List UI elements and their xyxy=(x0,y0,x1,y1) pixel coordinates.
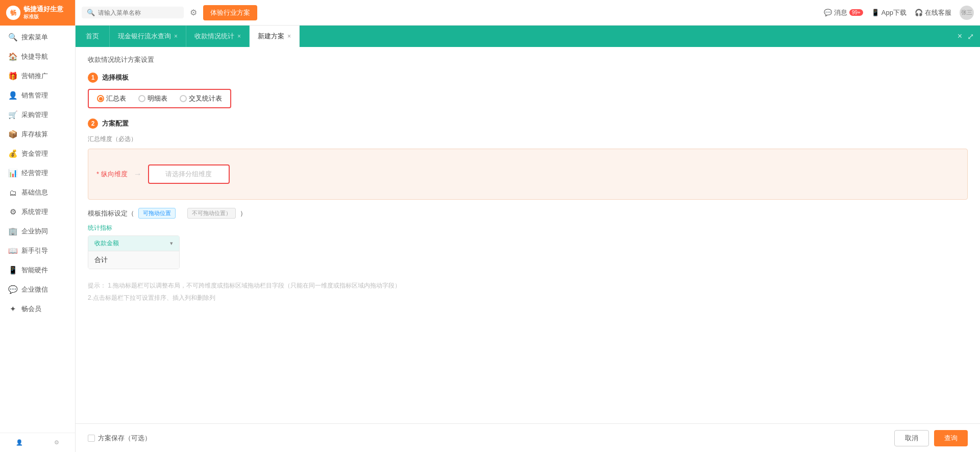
metrics-table-row-total: 合计 xyxy=(88,251,179,269)
radio-summary[interactable]: 汇总表 xyxy=(97,94,126,103)
metrics-header: 模板指标设定（ 可拖动位置 不可拖动位置） ） xyxy=(88,208,968,219)
message-badge: 99+ xyxy=(849,9,863,16)
logo-text: 畅捷通好生意 标准版 xyxy=(23,5,63,20)
sidebar-logo: 畅 畅捷通好生意 标准版 xyxy=(0,0,75,26)
metrics-separator xyxy=(180,209,183,217)
sidebar-item-search-menu[interactable]: 🔍 搜索菜单 xyxy=(0,28,75,47)
step2-section: 2 方案配置 汇总维度（必选） * 纵向维度 → 请选择分组维度 xyxy=(88,118,968,304)
tab-bank-flow[interactable]: 现金银行流水查询 × xyxy=(110,26,186,47)
stats-label: 统计指标 xyxy=(88,224,180,232)
header-actions: 💬 消息 99+ 📱 App下载 🎧 在线客服 张三 xyxy=(824,6,974,20)
tab-new-scheme[interactable]: 新建方案 × xyxy=(250,26,300,47)
sidebar-item-smart-hw[interactable]: 📱 智能硬件 xyxy=(0,260,75,280)
radio-summary-dot xyxy=(97,95,104,102)
guide-icon: 📖 xyxy=(8,246,17,255)
sidebar-item-wechat[interactable]: 💬 企业微信 xyxy=(0,280,75,299)
page-title: 收款情况统计方案设置 xyxy=(88,55,968,64)
maximize-icon[interactable]: ⤢ xyxy=(967,32,974,41)
gear-icon[interactable]: ⚙ xyxy=(188,8,199,17)
wechat-icon: 💬 xyxy=(8,285,17,294)
sidebar-item-system[interactable]: ⚙ 系统管理 xyxy=(0,202,75,222)
hint-line-1: 提示： 1.拖动标题栏可以调整布局，不可跨维度或指标区域拖动栏目字段（只能在同一… xyxy=(88,279,968,292)
inventory-icon: 📦 xyxy=(8,130,17,139)
dimension-select[interactable]: 请选择分组维度 xyxy=(148,164,230,184)
operations-icon: 📊 xyxy=(8,169,17,178)
search-icon: 🔍 xyxy=(87,9,95,16)
dimension-row-label: * 纵向维度 xyxy=(96,170,128,179)
hint-text: 提示： 1.拖动标题栏可以调整布局，不可跨维度或指标区域拖动栏目字段（只能在同一… xyxy=(88,279,968,304)
sidebar-item-guide[interactable]: 📖 新手引导 xyxy=(0,241,75,260)
hint-line-2: 2.点击标题栏下拉可设置排序、插入列和删除列 xyxy=(88,292,968,304)
metrics-table-header[interactable]: 收款金额 ▾ xyxy=(88,236,179,251)
search-bar[interactable]: 🔍 xyxy=(82,7,184,18)
sidebar-footer: 👤 ⚙ xyxy=(0,433,75,452)
dropdown-icon[interactable]: ▾ xyxy=(170,240,173,247)
save-option: 方案保存（可选） xyxy=(88,434,151,443)
sidebar-item-finance[interactable]: 💰 资金管理 xyxy=(0,144,75,163)
tab-bar: 首页 现金银行流水查询 × 收款情况统计 × 新建方案 × × ⤢ xyxy=(76,26,980,47)
close-window-icon[interactable]: × xyxy=(958,32,962,41)
sidebar-item-enterprise[interactable]: 🏢 企业协同 xyxy=(0,222,75,241)
dimension-config: 汇总维度（必选） * 纵向维度 → 请选择分组维度 xyxy=(88,135,968,200)
app-download-btn[interactable]: 📱 App下载 xyxy=(871,8,906,17)
step2-header: 2 方案配置 xyxy=(88,118,968,129)
sales-icon: 👤 xyxy=(8,91,17,100)
metrics-header-text: 模板指标设定（ xyxy=(88,209,134,218)
radio-detail-dot xyxy=(138,95,145,102)
metrics-close-paren: ） xyxy=(240,209,247,218)
sidebar-item-basic-info[interactable]: 🗂 基础信息 xyxy=(0,183,75,202)
sidebar-item-quick-nav[interactable]: 🏠 快捷导航 xyxy=(0,47,75,66)
user-avatar[interactable]: 张三 xyxy=(960,6,974,20)
search-input[interactable] xyxy=(98,9,169,16)
dimension-row: * 纵向维度 → 请选择分组维度 xyxy=(96,164,230,184)
step1-number: 1 xyxy=(88,73,98,83)
purchase-icon: 🛒 xyxy=(8,110,17,120)
dimension-title: 汇总维度（必选） xyxy=(88,135,968,144)
tab-receipt-stats-close[interactable]: × xyxy=(237,33,241,40)
sidebar-item-member[interactable]: ✦ 畅会员 xyxy=(0,299,75,319)
page-content: 收款情况统计方案设置 1 选择模板 汇总表 明细表 xyxy=(76,47,980,452)
sidebar-item-sales[interactable]: 👤 销售管理 xyxy=(0,86,75,105)
cancel-button[interactable]: 取消 xyxy=(894,430,929,446)
sidebar-item-inventory[interactable]: 📦 库存核算 xyxy=(0,125,75,144)
step2-title: 方案配置 xyxy=(102,119,129,128)
metrics-table-area: 统计指标 收款金额 ▾ 合计 xyxy=(88,224,180,269)
radio-cross[interactable]: 交叉统计表 xyxy=(180,94,222,103)
save-checkbox[interactable] xyxy=(88,435,95,442)
quick-nav-icon: 🏠 xyxy=(8,52,17,61)
metrics-layout: 统计指标 收款金额 ▾ 合计 xyxy=(88,224,968,269)
finance-icon: 💰 xyxy=(8,149,17,158)
basic-info-icon: 🗂 xyxy=(8,188,17,197)
online-service-btn[interactable]: 🎧 在线客服 xyxy=(915,8,951,17)
message-icon: 💬 xyxy=(824,9,832,16)
footer-user-icon: 👤 xyxy=(16,439,23,446)
search-menu-icon: 🔍 xyxy=(8,33,17,42)
sidebar-item-purchase[interactable]: 🛒 采购管理 xyxy=(0,105,75,125)
sidebar: 畅 畅捷通好生意 标准版 🔍 搜索菜单 🏠 快捷导航 🎁 营销推广 👤 销售管理… xyxy=(0,0,76,452)
radio-detail[interactable]: 明细表 xyxy=(138,94,167,103)
step1-title: 选择模板 xyxy=(102,73,129,82)
tab-bank-flow-close[interactable]: × xyxy=(174,33,178,40)
query-button[interactable]: 查询 xyxy=(934,430,968,446)
tab-bar-right: × ⤢ xyxy=(951,26,980,47)
industry-btn[interactable]: 体验行业方案 xyxy=(203,5,257,20)
sidebar-nav: 🔍 搜索菜单 🏠 快捷导航 🎁 营销推广 👤 销售管理 🛒 采购管理 📦 库存核… xyxy=(0,26,75,433)
step1-header: 1 选择模板 xyxy=(88,73,968,83)
top-header: 🔍 ⚙ 体验行业方案 💬 消息 99+ 📱 App下载 🎧 在线客服 张三 xyxy=(76,0,980,26)
tab-receipt-stats[interactable]: 收款情况统计 × xyxy=(186,26,250,47)
sidebar-item-marketing[interactable]: 🎁 营销推广 xyxy=(0,66,75,86)
tab-home[interactable]: 首页 xyxy=(76,26,110,47)
logo-icon: 畅 xyxy=(6,6,20,20)
marketing-icon: 🎁 xyxy=(8,72,17,81)
sidebar-item-operations[interactable]: 📊 经营管理 xyxy=(0,163,75,183)
main-area: 🔍 ⚙ 体验行业方案 💬 消息 99+ 📱 App下载 🎧 在线客服 张三 xyxy=(76,0,980,452)
message-btn[interactable]: 💬 消息 99+ xyxy=(824,8,863,17)
sidebar-footer-settings[interactable]: ⚙ xyxy=(50,437,63,448)
sidebar-footer-user[interactable]: 👤 xyxy=(12,437,27,448)
metrics-config: 模板指标设定（ 可拖动位置 不可拖动位置） ） 统计指标 xyxy=(88,208,968,304)
smart-hw-icon: 📱 xyxy=(8,266,17,275)
template-options: 汇总表 明细表 交叉统计表 xyxy=(88,89,231,108)
non-draggable-badge: 不可拖动位置） xyxy=(187,208,236,219)
footer-settings-icon: ⚙ xyxy=(54,439,59,446)
tab-new-scheme-close[interactable]: × xyxy=(287,33,291,40)
